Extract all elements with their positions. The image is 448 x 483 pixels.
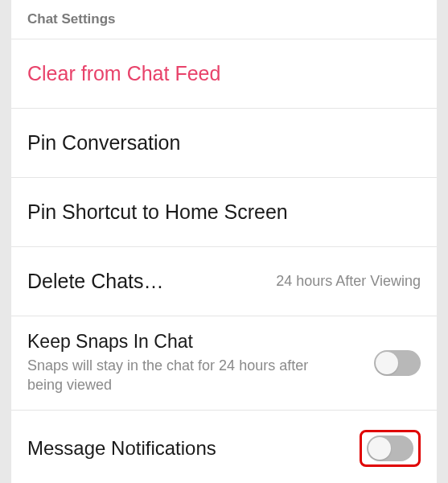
message-notifications-row: Message Notifications [11,411,437,483]
pin-shortcut-label: Pin Shortcut to Home Screen [27,200,288,224]
keep-snaps-text: Keep Snaps In Chat Snaps will stay in th… [27,331,333,395]
chat-settings-panel: Chat Settings Clear from Chat Feed Pin C… [11,0,437,483]
pin-conversation-row[interactable]: Pin Conversation [11,109,437,178]
keep-snaps-label: Keep Snaps In Chat [27,331,333,353]
pin-shortcut-row[interactable]: Pin Shortcut to Home Screen [11,178,437,247]
delete-chats-value: 24 hours After Viewing [276,273,421,290]
keep-snaps-sublabel: Snaps will stay in the chat for 24 hours… [27,356,333,395]
pin-conversation-label: Pin Conversation [27,131,180,155]
highlight-annotation [360,430,421,467]
toggle-knob [376,352,398,374]
delete-chats-label: Delete Chats… [27,270,164,293]
section-header: Chat Settings [11,0,437,39]
clear-from-chat-feed-label: Clear from Chat Feed [27,62,220,85]
keep-snaps-toggle[interactable] [374,350,421,376]
delete-chats-row[interactable]: Delete Chats… 24 hours After Viewing [11,247,437,316]
keep-snaps-row: Keep Snaps In Chat Snaps will stay in th… [11,316,437,411]
toggle-knob [368,437,391,460]
message-notifications-toggle[interactable] [367,436,413,461]
clear-from-chat-feed-row[interactable]: Clear from Chat Feed [11,39,437,109]
message-notifications-label: Message Notifications [27,437,216,460]
